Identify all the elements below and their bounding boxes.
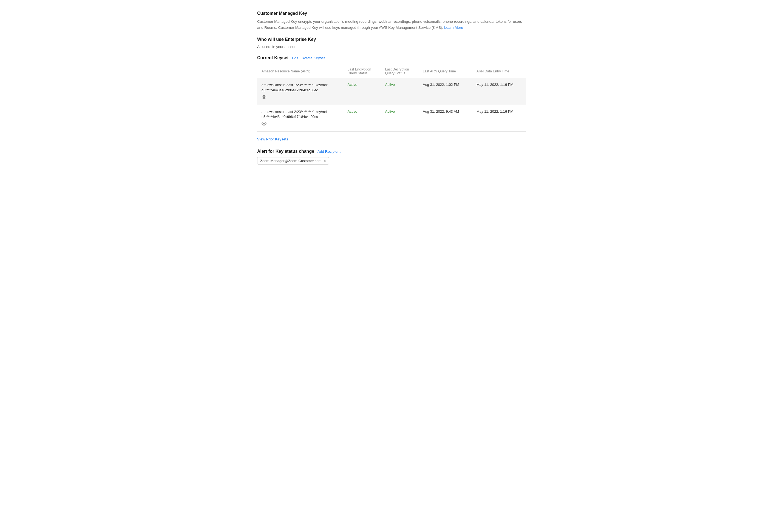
arn-cell: arn:aws:kms:us-east-2:23*********1:key/m… <box>257 105 343 132</box>
who-uses-value: All users in your account <box>257 45 526 49</box>
who-uses-title: Who will use Enterprise Key <box>257 37 526 42</box>
alert-section-title: Alert for Key status change <box>257 149 314 154</box>
table-row: arn:aws:kms:us-east-2:23*********1:key/m… <box>257 105 526 132</box>
eye-icon[interactable] <box>261 121 339 127</box>
recipients-container: Zoom-Manager@Zoom-Customer.com × <box>257 157 526 164</box>
enc-status-value: Active <box>348 109 357 114</box>
edit-link[interactable]: Edit <box>292 56 298 60</box>
page-container: Customer Managed Key Customer Managed Ke… <box>241 0 542 176</box>
data-entry-time-cell: May 11, 2022, 1:16 PM <box>472 105 526 132</box>
enc-status-value: Active <box>348 83 357 87</box>
recipient-remove-button[interactable]: × <box>323 159 326 163</box>
alert-section: Alert for Key status change Add Recipien… <box>257 149 526 164</box>
arn-text: arn:aws:kms:us-east-1:23*********1:key/m… <box>261 83 339 93</box>
recipient-tag: Zoom-Manager@Zoom-Customer.com × <box>257 157 329 164</box>
svg-point-1 <box>263 123 265 125</box>
col-header-dec-status: Last Decryption Query Status <box>381 65 418 78</box>
customer-managed-key-title: Customer Managed Key <box>257 11 526 16</box>
keyset-section: Current Keyset Edit Rotate Keyset Amazon… <box>257 55 526 132</box>
table-row: arn:aws:kms:us-east-1:23*********1:key/m… <box>257 78 526 105</box>
enc-status-cell: Active <box>343 78 381 105</box>
keyset-table-body: arn:aws:kms:us-east-1:23*********1:key/m… <box>257 78 526 132</box>
dec-status-value: Active <box>385 83 395 87</box>
recipient-email: Zoom-Manager@Zoom-Customer.com <box>260 159 321 163</box>
col-header-arn: Amazon Resource Name (ARN) <box>257 65 343 78</box>
data-entry-time-cell: May 11, 2022, 1:16 PM <box>472 78 526 105</box>
arn-query-time-cell: Aug 31, 2022, 9:43 AM <box>418 105 472 132</box>
customer-managed-key-description: Customer Managed Key encrypts your organ… <box>257 19 526 30</box>
eye-icon[interactable] <box>261 95 339 100</box>
learn-more-link[interactable]: Learn More <box>444 26 463 30</box>
customer-managed-key-section: Customer Managed Key Customer Managed Ke… <box>257 11 526 30</box>
keyset-table-header-row: Amazon Resource Name (ARN) Last Encrypti… <box>257 65 526 78</box>
rotate-keyset-link[interactable]: Rotate Keyset <box>302 56 325 60</box>
dec-status-cell: Active <box>381 78 418 105</box>
view-prior-keysets-link[interactable]: View Prior Keysets <box>257 137 288 141</box>
current-keyset-header: Current Keyset Edit Rotate Keyset <box>257 55 526 60</box>
svg-point-0 <box>263 96 265 98</box>
col-header-arn-query-time: Last ARN Query Time <box>418 65 472 78</box>
enc-status-cell: Active <box>343 105 381 132</box>
keyset-table: Amazon Resource Name (ARN) Last Encrypti… <box>257 65 526 132</box>
add-recipient-link[interactable]: Add Recipient <box>317 150 341 154</box>
dec-status-cell: Active <box>381 105 418 132</box>
who-uses-section: Who will use Enterprise Key All users in… <box>257 37 526 49</box>
arn-text: arn:aws:kms:us-east-2:23*********1:key/m… <box>261 109 339 120</box>
alert-section-header: Alert for Key status change Add Recipien… <box>257 149 526 154</box>
current-keyset-title: Current Keyset <box>257 55 289 60</box>
keyset-table-header: Amazon Resource Name (ARN) Last Encrypti… <box>257 65 526 78</box>
col-header-enc-status: Last Encryption Query Status <box>343 65 381 78</box>
col-header-data-entry-time: ARN Data Entry Time <box>472 65 526 78</box>
dec-status-value: Active <box>385 109 395 114</box>
arn-query-time-cell: Aug 31, 2022, 1:02 PM <box>418 78 472 105</box>
arn-cell: arn:aws:kms:us-east-1:23*********1:key/m… <box>257 78 343 105</box>
